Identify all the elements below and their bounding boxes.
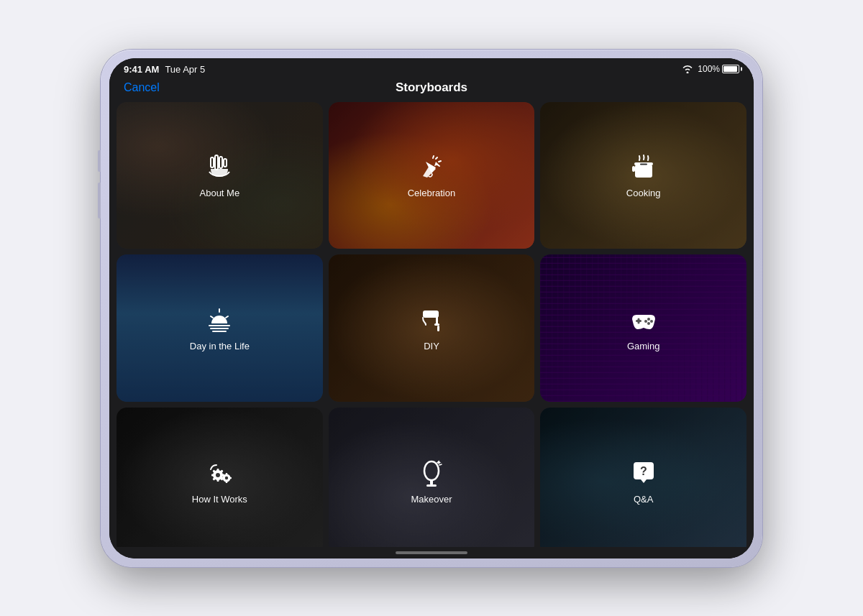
svg-point-23 <box>650 320 653 323</box>
grid-content-how-works: How It Works <box>192 458 247 505</box>
home-indicator <box>109 547 754 558</box>
sunrise-icon <box>204 305 235 336</box>
svg-line-0 <box>436 157 437 159</box>
svg-text:✦: ✦ <box>436 459 442 466</box>
grid-item-about-me[interactable]: About Me <box>117 102 323 249</box>
svg-line-3 <box>433 156 434 158</box>
svg-point-22 <box>647 318 650 321</box>
cancel-button[interactable]: Cancel <box>124 81 160 94</box>
svg-point-27 <box>216 473 220 477</box>
gears-icon <box>204 458 235 489</box>
svg-rect-5 <box>632 166 635 172</box>
wave-icon <box>204 152 235 183</box>
grid-item-qa[interactable]: ? Q&A <box>540 408 746 546</box>
svg-rect-4 <box>635 165 652 178</box>
grid-item-cooking[interactable]: Cooking <box>540 102 746 249</box>
svg-line-9 <box>211 316 213 318</box>
grid-content-cooking: Cooking <box>626 152 661 198</box>
grid-item-diy[interactable]: DIY <box>329 254 535 402</box>
grid-content-diy: DIY <box>416 305 447 351</box>
nav-bar: Cancel Storyboards <box>109 78 754 101</box>
grid-content-gaming: Gaming <box>627 305 660 351</box>
grid-content-celebration: Celebration <box>408 152 456 198</box>
page-title: Storyboards <box>396 81 467 95</box>
battery-icon <box>722 65 739 73</box>
svg-rect-30 <box>211 474 214 476</box>
pot-icon <box>628 152 659 183</box>
grid-content-about-me: About Me <box>200 152 240 198</box>
mirror-icon: ✦ <box>416 458 447 489</box>
storyboard-grid: About Me <box>117 102 746 547</box>
svg-rect-40 <box>222 477 224 479</box>
status-left: 9:41 AM Tue Apr 5 <box>124 64 205 75</box>
gamepad-icon <box>628 305 659 336</box>
grid-content-day-life: Day in the Life <box>190 305 250 351</box>
grid-item-how-it-works[interactable]: How It Works <box>117 408 323 546</box>
battery-percent: 100% <box>698 64 720 74</box>
svg-point-37 <box>225 477 228 479</box>
svg-rect-28 <box>217 469 219 472</box>
svg-rect-29 <box>217 479 219 482</box>
svg-line-10 <box>226 316 228 318</box>
svg-rect-19 <box>437 326 439 331</box>
grid-item-makeover[interactable]: ✦ Makeover <box>329 408 535 546</box>
svg-text:?: ? <box>640 465 647 477</box>
grid-label-day-life: Day in the Life <box>190 341 250 351</box>
grid-item-day-life[interactable]: Day in the Life <box>117 254 323 402</box>
wifi-icon <box>682 65 693 73</box>
svg-point-25 <box>644 320 647 323</box>
home-bar <box>396 551 467 554</box>
grid-label-diy: DIY <box>424 341 439 351</box>
svg-line-47 <box>439 464 442 465</box>
grid-content-qa: ? Q&A <box>628 458 659 505</box>
svg-rect-43 <box>430 479 433 485</box>
grid-label-qa: Q&A <box>634 494 653 505</box>
svg-rect-7 <box>640 164 647 165</box>
svg-rect-18 <box>434 323 439 326</box>
grid-label-celebration: Celebration <box>408 188 456 198</box>
svg-rect-39 <box>226 481 228 483</box>
storyboard-grid-container: About Me <box>109 101 754 547</box>
question-bubble-icon: ? <box>628 458 659 489</box>
status-time: 9:41 AM <box>124 64 159 75</box>
grid-label-cooking: Cooking <box>626 188 661 198</box>
svg-rect-41 <box>229 477 232 479</box>
grid-item-gaming[interactable]: Gaming <box>540 254 746 402</box>
status-right: 100% <box>682 64 739 74</box>
svg-rect-21 <box>637 318 639 324</box>
status-date: Tue Apr 5 <box>165 64 205 75</box>
grid-label-about-me: About Me <box>200 188 240 198</box>
grid-label-how-works: How It Works <box>192 494 247 505</box>
svg-rect-17 <box>436 315 438 323</box>
grid-label-makeover: Makeover <box>411 494 452 505</box>
grid-content-makeover: ✦ Makeover <box>411 458 452 505</box>
grid-item-celebration[interactable]: Celebration <box>329 102 535 249</box>
battery-container: 100% <box>698 64 739 74</box>
svg-point-24 <box>647 322 650 325</box>
paint-roller-icon <box>416 305 447 336</box>
svg-rect-44 <box>426 484 437 487</box>
device-screen: 9:41 AM Tue Apr 5 100% <box>109 58 754 558</box>
screen-content: 9:41 AM Tue Apr 5 100% <box>109 58 754 558</box>
svg-rect-38 <box>226 473 228 475</box>
party-icon <box>416 152 447 183</box>
status-bar: 9:41 AM Tue Apr 5 100% <box>109 58 754 78</box>
svg-line-1 <box>439 161 441 162</box>
grid-label-gaming: Gaming <box>627 341 660 351</box>
ipad-device: 9:41 AM Tue Apr 5 100% <box>101 50 762 567</box>
battery-fill <box>723 66 737 72</box>
svg-line-2 <box>437 165 439 166</box>
